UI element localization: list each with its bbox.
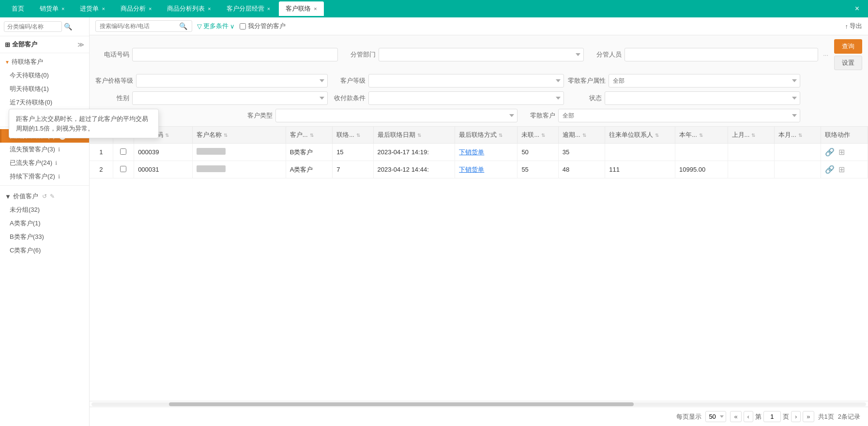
sidebar-item-unclassified[interactable]: 未分组(32) <box>0 203 89 217</box>
row-2-more-icon[interactable]: ⊞ <box>838 165 845 174</box>
export-button[interactable]: ↑ 导出 <box>845 22 863 30</box>
waiting-contact-title[interactable]: ▼ 待联络客户 <box>0 55 89 69</box>
sidebar-collapse-icon[interactable]: ≫ <box>77 41 84 48</box>
payment-select[interactable] <box>368 91 564 105</box>
sidebar-item-today[interactable]: 今天待联络(0) <box>0 69 89 82</box>
th-overdue[interactable]: 逾期... ⇅ <box>558 127 605 144</box>
my-customers-check[interactable] <box>240 23 246 29</box>
tab-sales[interactable]: 销货单 × <box>33 1 71 16</box>
gender-select[interactable] <box>132 91 328 105</box>
th-unit-contact[interactable]: 往来单位联系人 ⇅ <box>605 127 675 144</box>
top-navigation: 首页 销货单 × 进货单 × 商品分析 × 商品分析列表 × 客户分层经营 × … <box>0 0 868 17</box>
tab-analysis-list[interactable]: 商品分析列表 × <box>160 1 217 16</box>
sidebar-item-already-lost[interactable]: 已流失客户(24) ℹ <box>0 156 89 170</box>
tab-analysis[interactable]: 商品分析 × <box>114 1 158 16</box>
row-2-last-way: 下销货单 <box>455 161 518 178</box>
row-2-last-way-link[interactable]: 下销货单 <box>459 166 484 173</box>
query-button[interactable]: 查询 <box>834 39 862 54</box>
category-search-icon[interactable]: 🔍 <box>64 23 72 30</box>
close-tab-analysis[interactable]: × <box>149 6 152 12</box>
th-uncontact[interactable]: 未联... ⇅ <box>518 127 558 144</box>
filter-field-retail-attr: 零散客户属性 全部 <box>568 74 800 88</box>
status-select[interactable] <box>605 91 800 105</box>
page-word: 第 <box>755 412 761 421</box>
page-number-input[interactable] <box>763 411 781 422</box>
sidebar-item-b-class[interactable]: B类客户(33) <box>0 230 89 244</box>
sort-icon-uncontact: ⇅ <box>541 132 545 138</box>
sidebar-item-a-class[interactable]: A类客户(1) <box>0 217 89 230</box>
search-icon[interactable]: 🔍 <box>179 22 187 30</box>
th-last-way[interactable]: 最后联络方式 ⇅ <box>455 127 518 144</box>
retail-customer-select[interactable]: 全部 <box>558 109 800 122</box>
prev-page-btn[interactable]: ‹ <box>744 411 753 422</box>
customer-type-select[interactable] <box>275 109 518 122</box>
sort-icon-last-date: ⇅ <box>417 132 421 138</box>
phone-input[interactable] <box>132 48 338 61</box>
category-search-input[interactable] <box>4 21 62 32</box>
customer-level-select[interactable] <box>368 74 564 88</box>
close-tab-sales[interactable]: × <box>61 6 64 12</box>
th-last-date[interactable]: 最后联络日期 ⇅ <box>373 127 455 144</box>
tab-customer-segment[interactable]: 客户分层经营 × <box>220 1 277 16</box>
filter-field-customer-type: 客户类型 <box>239 109 518 122</box>
th-this-month[interactable]: 本月... ⇅ <box>774 127 821 144</box>
edit-icon[interactable]: ✎ <box>50 193 55 200</box>
th-level[interactable]: 客户... ⇅ <box>286 127 332 144</box>
sidebar-item-lost-warning[interactable]: 流失预警客户(3) ℹ <box>0 143 89 156</box>
row-2-name <box>192 161 286 178</box>
search-input[interactable] <box>100 23 177 29</box>
info-icon-3: ℹ <box>55 160 57 166</box>
row-1-last-way-link[interactable]: 下销货单 <box>459 148 484 156</box>
settings-button[interactable]: 设置 <box>834 56 862 70</box>
row-1-code: 000039 <box>134 144 193 161</box>
row-2-name-blur <box>197 165 226 172</box>
dept-select[interactable] <box>379 48 584 61</box>
close-all-tabs[interactable]: × <box>851 4 863 13</box>
refresh-icon[interactable]: ↺ <box>42 193 47 200</box>
close-tab-purchase[interactable]: × <box>102 6 105 12</box>
more-conditions-btn[interactable]: ▽ 更多条件 ∨ <box>197 22 235 30</box>
th-name[interactable]: 客户名称 ⇅ <box>192 127 286 144</box>
table-header-row: ⚙ 客户编码 ⇅ 客户名称 <box>90 127 868 144</box>
row-2-contact-count: 7 <box>333 161 373 178</box>
tab-home[interactable]: 首页 <box>5 1 31 16</box>
retail-customer-select-wrapper: 全部 <box>558 109 800 122</box>
row-2-checkbox[interactable] <box>120 166 126 172</box>
triangle-icon-2: ▼ <box>5 193 11 200</box>
value-customers-title[interactable]: ▼ 价值客户 ↺ ✎ <box>0 190 89 203</box>
manager-dots[interactable]: ··· <box>821 51 830 59</box>
row-1-checkbox[interactable] <box>120 148 126 155</box>
tab-customer-contact[interactable]: 客户联络 × <box>279 1 323 16</box>
manager-input[interactable] <box>624 48 818 61</box>
sidebar-item-7days[interactable]: 近7天待联络(0) <box>0 96 89 109</box>
close-tab-customer-segment[interactable]: × <box>267 6 270 12</box>
page-size-select[interactable]: 50 <box>705 411 726 422</box>
status-label: 状态 <box>568 94 602 103</box>
row-2-unit-contact: 111 <box>605 161 675 178</box>
sort-icon-code: ⇅ <box>165 132 169 138</box>
filter-field-price-level: 客户价格等级 <box>95 74 328 88</box>
tab-purchase[interactable]: 进货单 × <box>73 1 111 16</box>
retail-attr-select[interactable]: 全部 <box>609 74 800 88</box>
row-1-check <box>113 144 134 161</box>
scroll-thumb[interactable] <box>169 402 634 406</box>
row-2-contact-icon[interactable]: 🔗 <box>825 165 835 174</box>
sidebar-item-continuous-down[interactable]: 持续下滑客户(2) ℹ <box>0 170 89 183</box>
th-contact[interactable]: 联络... ⇅ <box>333 127 373 144</box>
sort-icon-last-way: ⇅ <box>499 132 503 138</box>
first-page-btn[interactable]: « <box>730 411 741 422</box>
phone-label: 电话号码 <box>95 50 129 59</box>
sidebar-item-c-class[interactable]: C类客户(6) <box>0 244 89 257</box>
row-1-contact-icon[interactable]: 🔗 <box>825 147 835 157</box>
close-tab-analysis-list[interactable]: × <box>208 6 211 12</box>
close-tab-customer-contact[interactable]: × <box>314 6 317 12</box>
th-last-month[interactable]: 上月... ⇅ <box>728 127 774 144</box>
last-page-btn[interactable]: » <box>803 411 814 422</box>
all-customers-label: 全部客户 <box>12 40 37 49</box>
row-1-more-icon[interactable]: ⊞ <box>838 147 845 157</box>
horizontal-scrollbar[interactable] <box>90 401 868 407</box>
sidebar-item-tomorrow[interactable]: 明天待联络(1) <box>0 82 89 96</box>
next-page-btn[interactable]: › <box>791 411 801 422</box>
price-level-select[interactable] <box>136 74 328 88</box>
th-this-year[interactable]: 本年... ⇅ <box>675 127 728 144</box>
